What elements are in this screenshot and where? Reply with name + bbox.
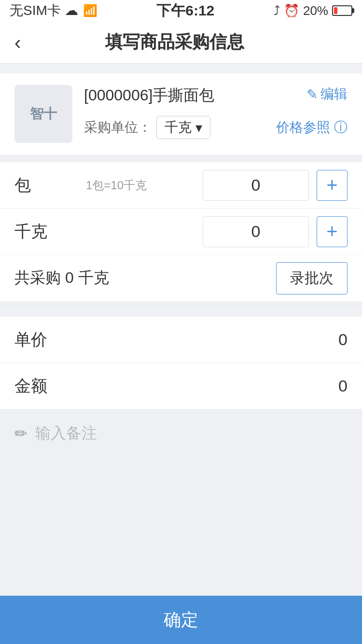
product-header: [0000006]手撕面包 ✎ 编辑 — [84, 85, 348, 106]
amount-row: 金额 0 — [0, 363, 362, 409]
bag-label: 包 — [14, 174, 82, 196]
nav-bar: ‹ 填写商品采购信息 — [0, 21, 362, 64]
bottom-spacer — [0, 458, 362, 602]
dropdown-arrow-icon: ▾ — [195, 120, 202, 136]
status-left: 无SIM卡 ☁ 📶 — [10, 1, 97, 20]
total-row: 共采购 0 千克 录批次 — [0, 255, 362, 301]
bag-quantity-input[interactable] — [203, 170, 309, 201]
section-divider-1 — [0, 154, 362, 162]
page-title: 填写商品采购信息 — [30, 30, 319, 54]
price-reference-button[interactable]: 价格参照 ⓘ — [276, 118, 348, 137]
input-section: 包 1包=10千克 + 千克 + — [0, 162, 362, 255]
kg-quantity-input[interactable] — [203, 216, 309, 247]
unit-select[interactable]: 千克 ▾ — [156, 116, 210, 139]
back-button[interactable]: ‹ — [14, 33, 21, 52]
location-icon: ⤴ — [274, 3, 280, 18]
unit-label: 采购单位： — [84, 118, 152, 137]
edit-icon: ✎ — [306, 86, 318, 102]
total-label: 共采购 0 千克 — [14, 267, 109, 289]
bag-input-row: 包 1包=10千克 + — [0, 162, 362, 209]
battery-icon — [332, 5, 352, 16]
battery-percent: 20% — [303, 3, 328, 18]
price-section: 单价 0 金额 0 — [0, 317, 362, 409]
unit-price-label: 单价 — [14, 329, 82, 351]
wifi-icon: 📶 — [83, 4, 97, 17]
status-bar: 无SIM卡 ☁ 📶 下午6:12 ⤴ ⏰ 20% — [0, 0, 362, 21]
batch-button[interactable]: 录批次 — [276, 262, 348, 294]
bag-plus-button[interactable]: + — [317, 170, 348, 201]
alarm-icon: ⏰ — [284, 3, 299, 18]
status-right: ⤴ ⏰ 20% — [274, 3, 352, 18]
price-ref-label: 价格参照 — [276, 118, 330, 137]
kg-input-row: 千克 + — [0, 209, 362, 255]
unit-price-row: 单价 0 — [0, 317, 362, 363]
amount-value: 0 — [338, 377, 348, 395]
sim-status: 无SIM卡 ☁ — [10, 1, 78, 20]
unit-price-value: 0 — [338, 330, 348, 349]
bag-sub-label: 1包=10千克 — [86, 178, 147, 193]
product-image: 智十 — [14, 85, 72, 143]
product-info: [0000006]手撕面包 ✎ 编辑 采购单位： 千克 ▾ 价格参照 ⓘ — [84, 85, 348, 139]
edit-button[interactable]: ✎ 编辑 — [306, 85, 348, 103]
section-divider-2 — [0, 301, 362, 309]
product-unit-row: 采购单位： 千克 ▾ 价格参照 ⓘ — [84, 116, 348, 139]
product-name: [0000006]手撕面包 — [84, 85, 214, 106]
product-logo-text: 智十 — [30, 105, 57, 123]
confirm-button[interactable]: 确定 — [0, 596, 362, 644]
help-icon: ⓘ — [334, 118, 348, 137]
unit-value: 千克 — [165, 118, 192, 137]
pencil-icon: ✏ — [14, 424, 28, 443]
notes-placeholder: 输入备注 — [35, 423, 97, 444]
kg-plus-button[interactable]: + — [317, 216, 348, 247]
edit-label: 编辑 — [320, 85, 348, 103]
kg-label: 千克 — [14, 221, 82, 243]
status-time: 下午6:12 — [156, 1, 214, 21]
amount-label: 金额 — [14, 375, 82, 397]
product-card: 智十 [0000006]手撕面包 ✎ 编辑 采购单位： 千克 ▾ — [0, 73, 362, 154]
notes-section[interactable]: ✏ 输入备注 — [0, 409, 362, 458]
